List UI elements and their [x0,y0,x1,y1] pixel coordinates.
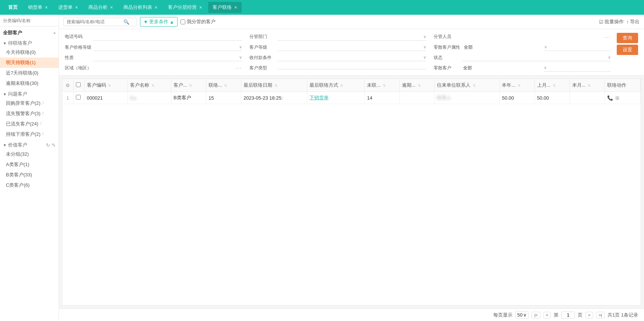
page-next-button[interactable]: > [585,312,593,318]
nav-product-analysis-list[interactable]: 商品分析列表 ✕ [119,2,162,13]
sort-icon-last-method: ⇅ [340,83,343,87]
col-overdue: 逾期... ⇅ [400,79,435,92]
sidebar-item-churn-warning[interactable]: 流失预警客户(3) ? [0,108,59,119]
nav-purchase-close-icon[interactable]: ✕ [75,5,78,10]
cell-action: 📞 ⊞ [605,92,640,104]
value-refresh-icon[interactable]: ↻ [46,142,50,148]
sidebar-item-abnormal[interactable]: 回购异常客户(2) ? [0,98,59,108]
col-code: 客户编码 ⇅ [84,79,128,92]
page-first-button[interactable]: |< [532,312,540,318]
group-label-problem[interactable]: 问题客户 [0,89,59,98]
sidebar-item-overdue-label: 逾期未联络(30) [6,80,38,87]
more-filter-label: 更多条件 [149,18,168,25]
sidebar-item-b-class-label: B类客户(33) [6,172,32,178]
filter-select-dept[interactable]: ∨ [277,33,427,41]
filter-select-retail-attr[interactable]: ∨ [544,44,611,51]
search-button-icon[interactable]: 🔍 [123,19,129,25]
cell-this-year: 50.00 [500,92,535,104]
row-checkbox[interactable] [76,95,81,100]
filter-select-retail[interactable]: ∨ [544,64,611,72]
filter-action-buttons: 查询 设置 [617,33,638,72]
value-edit-icon[interactable]: ✎ [52,142,56,148]
filter-select-nature[interactable]: ∨ [93,54,242,61]
filter-select-status[interactable]: ∨ [462,54,611,61]
filter-label-price-grade: 客户价格等级 [65,44,91,51]
sidebar-search-input[interactable] [3,18,58,23]
nav-home[interactable]: 首页 [4,2,22,13]
sidebar-item-7days[interactable]: 近7天待联络(0) [0,68,59,78]
nav-product-analysis-list-close-icon[interactable]: ✕ [154,5,158,10]
filter-select-price-grade[interactable]: ∨ [94,44,242,51]
chevron-down-per-page: ∨ [523,312,527,318]
cell-last-date: 2023-05-23 18:25: [241,92,307,104]
nav-customer-segmentation-close-icon[interactable]: ✕ [199,5,202,10]
sidebar-item-a-class[interactable]: A类客户(1) [0,159,59,170]
all-customers-header[interactable]: 全部客户 « [0,27,59,38]
filter-select-customer-grade[interactable]: ∨ [277,44,427,51]
nav-product-analysis[interactable]: 商品分析 ✕ [84,2,118,13]
group-label-value[interactable]: 价值客户 ↻ ✎ [0,139,59,149]
nav-customer-contact-close-icon[interactable]: ✕ [234,5,237,10]
group-label-pending[interactable]: 待联络客户 [0,38,59,47]
col-action: 联络动作 [605,79,640,92]
filter-item-customer-type: 客户类型 [249,65,427,71]
search-input[interactable] [67,19,122,24]
cell-checkbox[interactable] [73,92,84,104]
filter-input-phone[interactable] [93,33,242,41]
sidebar-item-declining-label: 持续下滑客户(2) [6,131,41,138]
search-input-wrap[interactable]: 🔍 [63,18,137,26]
action-grid-icon[interactable]: ⊞ [615,95,619,101]
table-row: 1 000021 Ea B类客户 15 2023-05-23 18:25: 下销… [62,92,641,104]
page-last-button[interactable]: >| [596,312,605,318]
link-last-method[interactable]: 下销货单 [309,95,329,100]
my-customers-checkbox-wrap[interactable]: 我分管的客户 [181,18,216,25]
sidebar-item-churned[interactable]: 已流失客户(24) ? [0,119,59,129]
cell-type: B类客户 [171,92,206,104]
filter-row-4: 区域（地区） ··· 客户类型 零散 [65,64,611,72]
nav-purchase[interactable]: 进货单 ✕ [54,2,83,13]
filter-dots-region[interactable]: ··· [235,65,242,71]
nav-product-analysis-close-icon[interactable]: ✕ [110,5,113,10]
per-page-select[interactable]: 50 ∨ [515,311,529,319]
col-settings[interactable]: ⚙ [62,79,73,92]
chevron-down-customer-grade: ∨ [423,45,426,49]
sidebar-item-declining[interactable]: 持续下滑客户(2) ? [0,129,59,139]
nav-customer-contact[interactable]: 客户联络 ✕ [208,2,242,13]
col-this-year: 本年... ⇅ [500,79,535,92]
chevron-down-payment: ∨ [423,55,426,60]
sidebar-item-today[interactable]: 今天待联络(0) [0,47,59,58]
sidebar-item-ungrouped[interactable]: 未分组(32) [0,149,59,159]
my-customers-checkbox[interactable] [181,20,185,24]
chevron-up-icon: ▲ [169,19,174,25]
filter-dots-person[interactable]: ··· [604,34,611,40]
help-icon-churned: ? [39,122,42,126]
export-button[interactable]: ↑ 导出 [627,18,640,25]
triangle-pending [3,41,7,45]
select-all-checkbox[interactable] [76,82,81,87]
nav-sales[interactable]: 销货单 ✕ [24,2,52,13]
sidebar-item-overdue[interactable]: 逾期未联络(30) [0,78,59,89]
page-prev-button[interactable]: < [543,312,551,318]
sidebar-item-churn-warning-label: 流失预警客户(3) [6,110,41,117]
batch-op-button[interactable]: ☑ 批量操作 [599,18,624,25]
batch-op-label: 批量操作 [605,18,624,25]
sidebar-item-b-class[interactable]: B类客户(33) [0,170,59,180]
action-phone-icon[interactable]: 📞 [607,95,613,101]
nav-customer-segmentation[interactable]: 客户分层经营 ✕ [164,2,207,13]
page-number-input[interactable] [561,311,575,319]
query-button[interactable]: 查询 [617,33,638,43]
sidebar-item-c-class[interactable]: C类客户(6) [0,180,59,190]
chevron-down-price-grade: ∨ [239,45,242,49]
filter-select-customer-type[interactable] [277,67,427,69]
group-problem-text: 问题客户 [8,91,27,97]
sidebar-item-tomorrow[interactable]: 明天待联络(1) [0,58,59,68]
filter-item-retail-attr: 零散客户属性 全部 ∨ [434,44,611,51]
total-info: 共1页 1条记录 [608,312,638,318]
top-navigation: 首页 销货单 ✕ 进货单 ✕ 商品分析 ✕ 商品分析列表 ✕ 客户分层经营 ✕ … [0,0,644,15]
reset-button[interactable]: 设置 [617,45,638,55]
chevron-down-nature: ∨ [239,55,242,60]
more-filter-button[interactable]: ▼ 更多条件 ▲ [140,17,178,27]
nav-sales-close-icon[interactable]: ✕ [45,5,48,10]
filter-select-payment[interactable]: ∨ [277,54,427,61]
filter-label-customer-grade: 客户等级 [249,44,275,51]
